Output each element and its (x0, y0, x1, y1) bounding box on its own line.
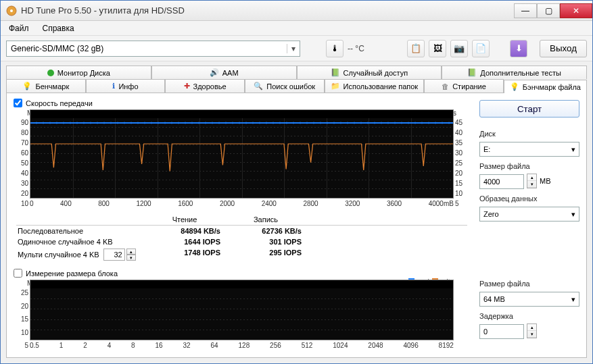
tab-benchmark[interactable]: 💡Бенчмарк (6, 79, 86, 93)
drive-select-value: Generic-SD/MMC (32 gB) (11, 44, 103, 53)
exit-button[interactable]: Выход (540, 40, 587, 57)
results-header-read: Чтение (149, 215, 230, 224)
drive-select[interactable]: Generic-SD/MMC (32 gB) ▾ (6, 41, 300, 57)
row-multi4k-write: 295 IOPS (269, 249, 302, 257)
row-single4k-label: Одиночное случайное 4 KB (14, 238, 149, 246)
menu-help[interactable]: Справка (37, 22, 80, 34)
minimize-button[interactable]: — (514, 3, 537, 18)
chart1-write-line (30, 140, 453, 180)
svg-point-1 (10, 9, 13, 12)
transfer-rate-label: Скорость передачи (26, 99, 93, 107)
options-icon[interactable]: 📄 (472, 40, 490, 57)
disk-label: Диск (479, 130, 579, 138)
tab-error-scan[interactable]: 🔍Поиск ошибок (245, 79, 325, 93)
delay-label: Задержка (479, 312, 579, 320)
tab-extra-tests[interactable]: 📗Дополнительные тесты (442, 66, 587, 79)
titlebar: HD Tune Pro 5.50 - утилита для HD/SSD — … (1, 1, 592, 21)
row-sequential-label: Последовательное (14, 227, 149, 235)
file-size-input[interactable]: 4000 (479, 174, 524, 189)
file-size-label: Размер файла (479, 162, 579, 170)
chart2-y-left-axis: 252015105 (15, 289, 28, 349)
chart2-x-axis: 0.512481632641282565121024204840968192 (30, 340, 454, 349)
start-button[interactable]: Старт (479, 100, 579, 118)
row-single4k-write: 301 IOPS (269, 238, 302, 246)
tab-folder-usage[interactable]: 📁Использование папок (325, 79, 425, 93)
multi4k-queue-spinner[interactable]: ▴▾ (126, 249, 136, 261)
transfer-rate-checkbox[interactable] (14, 99, 22, 107)
pattern-label: Образец данных (479, 194, 579, 203)
save-screenshot-icon[interactable]: 📷 (450, 40, 468, 57)
file-size-spinner[interactable]: ▴▾ (527, 174, 537, 188)
file-size2-label: Размер файла (479, 280, 579, 288)
file-size-unit: MB (540, 177, 551, 185)
copy-info-icon[interactable]: 📋 (407, 40, 425, 57)
dropdown-arrow-icon: ▾ (287, 44, 295, 53)
tab-info[interactable]: ℹИнфо (86, 79, 166, 93)
chevron-down-icon: ▾ (571, 295, 575, 304)
delay-spinner[interactable]: ▴▾ (527, 323, 537, 338)
tab-aam[interactable]: 🔊AAM (151, 66, 297, 79)
row-single4k-read: 1644 IOPS (184, 238, 220, 246)
disk-select[interactable]: E:▾ (479, 142, 579, 157)
row-multi4k-read: 1748 IOPS (184, 249, 220, 257)
tab-file-benchmark[interactable]: 💡Бэнчмарк файла (504, 80, 587, 93)
tab-erase[interactable]: 🗑Стирание (424, 79, 504, 93)
file-size2-select[interactable]: 64 MB▾ (479, 292, 579, 307)
multi4k-queue-input[interactable] (103, 249, 125, 261)
chart1-read-line (30, 122, 453, 124)
row-sequential-read: 84894 KB/s (181, 227, 220, 235)
block-size-chart (30, 280, 454, 340)
menu-file[interactable]: Файл (3, 22, 34, 34)
chevron-down-icon: ▾ (571, 210, 575, 219)
copy-screenshot-icon[interactable]: 🖼 (429, 40, 446, 57)
chevron-down-icon: ▾ (571, 145, 575, 154)
block-size-checkbox[interactable] (14, 269, 22, 278)
minimize-tray-icon[interactable]: ⬇ (510, 40, 527, 57)
chart1-y-left-axis: 908070605040302010 (15, 119, 28, 207)
tab-disk-monitor[interactable]: Монитор Диска (6, 66, 151, 79)
chart1-y-right-axis: 45403530252015105 (455, 119, 469, 207)
block-size-label: Измерение размера блока (26, 269, 118, 278)
transfer-rate-chart (30, 109, 454, 199)
temperature-icon[interactable]: 🌡 (326, 40, 343, 57)
maximize-button[interactable]: ▢ (537, 3, 560, 18)
close-button[interactable]: ✕ (560, 3, 592, 18)
row-multi4k-label: Мульти случайное 4 KB (18, 251, 99, 259)
row-sequential-write: 62736 KB/s (262, 227, 302, 235)
pattern-select[interactable]: Zero▾ (479, 207, 579, 222)
temperature-value: -- °C (348, 44, 364, 53)
results-table: Чтение Запись Последовательное 84894 KB/… (14, 214, 470, 262)
tab-random-access[interactable]: 📗Случайный доступ (297, 66, 442, 79)
app-icon (6, 5, 17, 16)
chart1-x-axis: 040080012001600200024002800320036004000m… (30, 199, 454, 207)
tab-health[interactable]: ✚Здоровье (165, 79, 245, 93)
results-header-write: Запись (230, 215, 311, 224)
delay-input[interactable]: 0 (479, 324, 524, 339)
window-title: HD Tune Pro 5.50 - утилита для HD/SSD (21, 5, 514, 16)
